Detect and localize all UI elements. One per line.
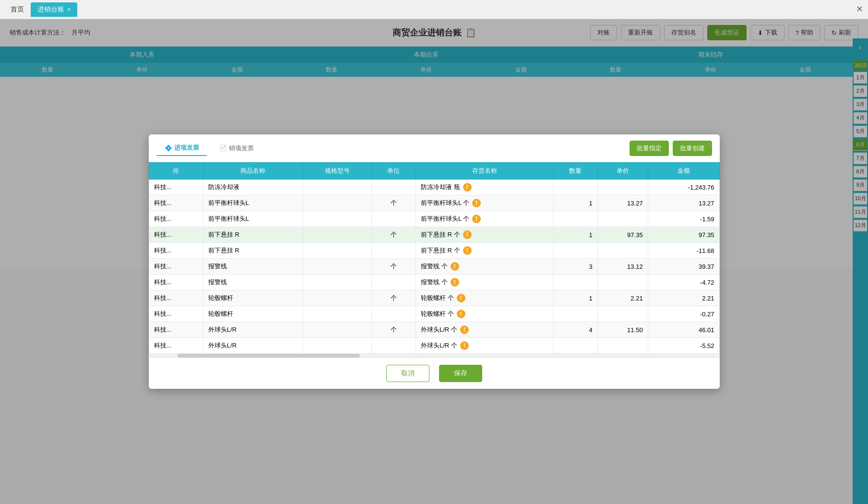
tab-in-invoice[interactable]: 💠 进项发票 — [156, 140, 207, 156]
table-row: 科技...前平衡杆球头L前平衡杆球头L 个!-1.59 — [149, 211, 719, 227]
warning-icon: ! — [463, 246, 472, 255]
main-area: 销售成本计算方法： 月平均 商贸企业进销台账 📋 对账 重新开账 存货别名 生成… — [0, 19, 868, 504]
tab-close-icon[interactable]: × — [67, 6, 71, 13]
th-inventory-name: 存货名称 — [416, 163, 553, 180]
warning-icon: ! — [472, 199, 481, 207]
table-cell — [303, 275, 371, 290]
tab-home[interactable]: 首页 — [4, 2, 31, 17]
table-cell: 报警线 个! — [416, 275, 553, 290]
window-close-button[interactable]: ✕ — [856, 4, 863, 14]
scrollbar-thumb[interactable] — [178, 354, 360, 358]
tab-out-invoice[interactable]: 📄 销项发票 — [211, 141, 262, 156]
tab-bar: 首页 进销台账 × ✕ — [0, 0, 868, 19]
table-row: 科技...前下悬挂 R前下悬挂 R 个!-11.68 — [149, 243, 719, 259]
table-row: 科技...报警线报警线 个!-4.72 — [149, 275, 719, 290]
table-row: 科技...轮毂螺杆个轮毂螺杆 个!12.212.21 — [149, 290, 719, 306]
tab-in-icon: 💠 — [165, 144, 172, 152]
table-cell: 科技... — [149, 211, 203, 227]
table-cell — [303, 211, 371, 227]
batch-assign-button[interactable]: 批量指定 — [630, 141, 669, 156]
tab-in-label: 进项发票 — [174, 144, 199, 152]
table-cell — [303, 259, 371, 275]
table-cell — [597, 275, 648, 290]
modal-header: 💠 进项发票 📄 销项发票 批量指定 批量创建 × — [149, 134, 720, 162]
save-button[interactable]: 保存 — [439, 365, 482, 382]
table-cell: 科技... — [149, 259, 203, 275]
th-company: 你 — [149, 163, 203, 180]
cancel-button[interactable]: 取消 — [386, 365, 429, 382]
modal-header-right: 批量指定 批量创建 — [630, 141, 712, 156]
tab-active[interactable]: 进销台账 × — [31, 2, 77, 17]
table-row: 科技...防冻冷却液防冻冷却液 瓶!-1,243.76 — [149, 180, 719, 195]
table-cell — [553, 243, 597, 259]
warning-icon: ! — [460, 341, 469, 350]
table-cell: 防冻冷却液 — [203, 180, 303, 195]
table-cell: 科技... — [149, 195, 203, 211]
table-cell — [371, 306, 416, 322]
table-cell: -1.59 — [648, 211, 719, 227]
modal-table-container: 你 商品名称 规格型号 单位 存货名称 数量 单价 金额 科技...防冻冷却液防… — [149, 162, 720, 354]
table-cell: 科技... — [149, 227, 203, 243]
table-cell — [303, 227, 371, 243]
table-cell — [553, 211, 597, 227]
table-cell: 97.35 — [648, 227, 719, 243]
table-cell: 4 — [553, 322, 597, 338]
table-row: 科技...报警线个报警线 个!313.1239.37 — [149, 259, 719, 275]
table-cell — [371, 243, 416, 259]
table-cell: 46.01 — [648, 322, 719, 338]
table-cell: -11.68 — [648, 243, 719, 259]
table-cell: -5.52 — [648, 338, 719, 354]
table-cell: 前平衡杆球头L — [203, 211, 303, 227]
modal-close-button[interactable]: × — [707, 140, 712, 149]
warning-icon: ! — [460, 325, 469, 334]
table-cell: 前下悬挂 R — [203, 243, 303, 259]
table-cell: 2.21 — [597, 290, 648, 306]
warning-icon: ! — [457, 310, 465, 318]
batch-create-button[interactable]: 批量创建 — [673, 141, 712, 156]
table-row: 科技...前下悬挂 R个前下悬挂 R 个!197.3597.35 — [149, 227, 719, 243]
modal-footer: 取消 保存 — [149, 358, 720, 389]
table-cell: 个 — [371, 195, 416, 211]
th-qty: 数量 — [553, 163, 597, 180]
table-cell: 个 — [371, 259, 416, 275]
table-cell: 报警线 — [203, 259, 303, 275]
table-row: 科技...前平衡杆球头L个前平衡杆球头L 个!113.2713.27 — [149, 195, 719, 211]
th-unit-price: 单价 — [597, 163, 648, 180]
table-cell: 轮毂螺杆 个! — [416, 306, 553, 322]
table-row: 科技...轮毂螺杆轮毂螺杆 个!-0.27 — [149, 306, 719, 322]
table-cell: 13.27 — [597, 195, 648, 211]
table-cell: 外球头L/R — [203, 338, 303, 354]
table-cell: 97.35 — [597, 227, 648, 243]
table-cell — [303, 306, 371, 322]
warning-icon: ! — [472, 215, 481, 223]
table-cell — [597, 211, 648, 227]
table-cell: 防冻冷却液 瓶! — [416, 180, 553, 195]
tab-out-icon: 📄 — [219, 144, 227, 152]
modal-dialog: 💠 进项发票 📄 销项发票 批量指定 批量创建 × — [149, 134, 720, 389]
horizontal-scrollbar[interactable] — [149, 354, 720, 358]
table-cell — [553, 180, 597, 195]
table-cell: 科技... — [149, 243, 203, 259]
modal-overlay: 💠 进项发票 📄 销项发票 批量指定 批量创建 × — [0, 19, 868, 504]
table-cell: 3 — [553, 259, 597, 275]
table-cell: 科技... — [149, 290, 203, 306]
th-amount: 金额 — [648, 163, 719, 180]
table-cell: -1,243.76 — [648, 180, 719, 195]
table-row: 科技...外球头L/R外球头L/R 个!-5.52 — [149, 338, 719, 354]
warning-icon: ! — [463, 230, 472, 239]
modal-table: 你 商品名称 规格型号 单位 存货名称 数量 单价 金额 科技...防冻冷却液防… — [149, 162, 720, 354]
table-cell: 报警线 个! — [416, 259, 553, 275]
table-cell: 13.12 — [597, 259, 648, 275]
table-cell: 科技... — [149, 275, 203, 290]
warning-icon: ! — [451, 262, 459, 271]
table-cell: 轮毂螺杆 — [203, 306, 303, 322]
table-cell: 科技... — [149, 180, 203, 195]
table-cell — [553, 338, 597, 354]
table-cell: 1 — [553, 290, 597, 306]
table-cell — [371, 275, 416, 290]
tab-active-label: 进销台账 — [37, 5, 64, 14]
table-cell: 前下悬挂 R 个! — [416, 227, 553, 243]
table-cell: 个 — [371, 322, 416, 338]
table-cell — [303, 195, 371, 211]
table-cell — [303, 180, 371, 195]
